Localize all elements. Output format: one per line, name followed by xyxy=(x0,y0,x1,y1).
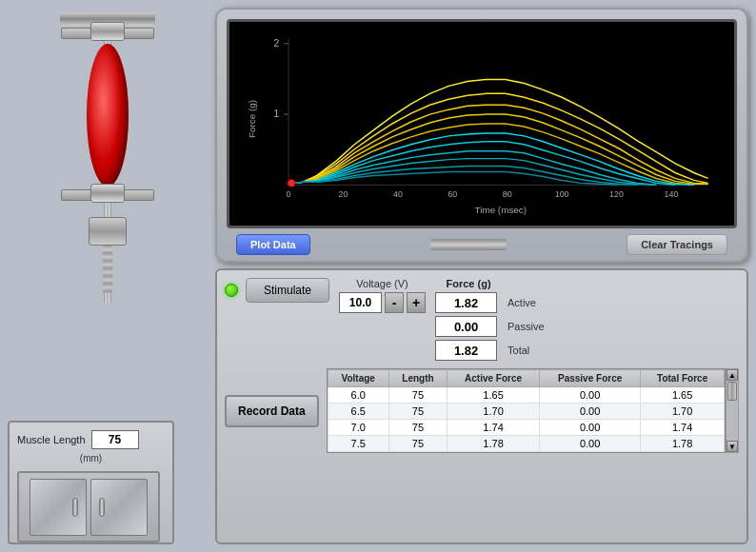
svg-text:20: 20 xyxy=(339,189,348,199)
cabinet-door-right xyxy=(90,479,148,536)
passive-force-value: 0.00 xyxy=(435,316,497,337)
total-label: Total xyxy=(507,345,545,356)
muscle-length-label: Muscle Length xyxy=(17,434,86,445)
voltage-section: Voltage (V) - + xyxy=(339,278,426,313)
scroll-thumb[interactable] xyxy=(727,382,737,401)
svg-text:1: 1 xyxy=(273,108,279,119)
data-section: Record Data Voltage Length Active Force … xyxy=(225,368,739,453)
monitor-screen: 1 2 Force (g) 0 20 40 60 80 100 120 140 xyxy=(227,19,737,228)
scroll-down-button[interactable]: ▼ xyxy=(726,441,738,452)
muscle xyxy=(87,44,129,187)
svg-point-16 xyxy=(288,179,295,187)
left-panel: Muscle Length (mm) xyxy=(8,8,208,544)
apparatus xyxy=(31,8,184,312)
col-total-force: Total Force xyxy=(641,370,725,387)
active-force-value: 1.82 xyxy=(435,292,497,313)
voltage-input[interactable] xyxy=(339,292,382,313)
right-panel: 1 2 Force (g) 0 20 40 60 80 100 120 140 xyxy=(215,8,748,544)
record-data-button[interactable]: Record Data xyxy=(225,395,319,427)
muscle-length-unit: (mm) xyxy=(17,453,165,463)
col-length: Length xyxy=(388,370,447,387)
force-header: Force (g) xyxy=(435,278,502,289)
svg-text:40: 40 xyxy=(393,189,403,199)
passive-label: Passive xyxy=(507,321,545,332)
bottom-fixture xyxy=(79,217,136,293)
svg-text:120: 120 xyxy=(609,189,624,199)
svg-text:Force (g): Force (g) xyxy=(247,100,257,138)
top-clamp xyxy=(90,22,125,41)
svg-text:80: 80 xyxy=(503,189,512,199)
data-table-container: Voltage Length Active Force Passive Forc… xyxy=(327,368,726,453)
record-btn-area: Record Data xyxy=(225,368,327,453)
svg-text:Time (msec): Time (msec) xyxy=(475,205,527,215)
table-row: 7.0751.740.001.74 xyxy=(328,420,724,436)
monitor-stand xyxy=(430,239,507,250)
muscle-length-box: Muscle Length (mm) xyxy=(8,421,174,544)
table-row: 7.5751.780.001.78 xyxy=(328,436,724,452)
plot-data-button[interactable]: Plot Data xyxy=(236,234,310,255)
col-voltage: Voltage xyxy=(328,370,388,387)
svg-text:60: 60 xyxy=(448,189,457,199)
stimulate-section: Stimulate xyxy=(225,278,329,303)
col-active-force: Active Force xyxy=(448,370,540,387)
control-top: Stimulate Voltage (V) - + Force (g) 1.82 xyxy=(225,278,739,361)
svg-text:2: 2 xyxy=(273,37,279,49)
table-row: 6.0751.650.001.65 xyxy=(328,387,724,404)
table-row: 6.5751.700.001.70 xyxy=(328,404,724,420)
scroll-up-button[interactable]: ▲ xyxy=(726,369,738,381)
voltage-minus-button[interactable]: - xyxy=(385,292,404,313)
fixture-block xyxy=(89,217,127,246)
col-passive-force: Passive Force xyxy=(539,370,640,387)
total-force-value: 1.82 xyxy=(435,340,497,361)
chart-area: 1 2 Force (g) 0 20 40 60 80 100 120 140 xyxy=(237,30,726,218)
voltage-label: Voltage (V) xyxy=(339,278,426,289)
main-container: Muscle Length (mm) xyxy=(0,0,756,552)
scroll-track xyxy=(726,381,738,441)
clear-tracings-button[interactable]: Clear Tracings xyxy=(627,234,727,255)
stimulate-button[interactable]: Stimulate xyxy=(246,278,329,303)
cabinet-door-left xyxy=(30,479,87,536)
voltage-plus-button[interactable]: + xyxy=(407,292,426,313)
led-indicator xyxy=(225,284,238,297)
svg-text:140: 140 xyxy=(665,189,679,199)
table-header-row: Voltage Length Active Force Passive Forc… xyxy=(328,370,724,387)
svg-text:100: 100 xyxy=(555,189,569,199)
data-table: Voltage Length Active Force Passive Forc… xyxy=(328,369,725,452)
control-panel: Stimulate Voltage (V) - + Force (g) 1.82 xyxy=(215,268,748,544)
active-label: Active xyxy=(507,297,545,308)
muscle-container xyxy=(84,41,131,188)
monitor-buttons: Plot Data Clear Tracings xyxy=(227,228,737,261)
cabinet xyxy=(17,471,160,542)
door-handle-right xyxy=(72,498,78,517)
muscle-length-input[interactable] xyxy=(91,430,139,449)
door-handle-left xyxy=(99,498,105,517)
scrollbar[interactable]: ▲ ▼ xyxy=(726,368,739,453)
chart-svg: 1 2 Force (g) 0 20 40 60 80 100 120 140 xyxy=(237,30,726,218)
monitor: 1 2 Force (g) 0 20 40 60 80 100 120 140 xyxy=(215,8,748,263)
svg-text:0: 0 xyxy=(287,189,291,199)
mid-clamp xyxy=(90,184,125,203)
voltage-row: - + xyxy=(339,292,426,313)
table-body: 6.0751.650.001.656.5751.700.001.707.0751… xyxy=(328,387,724,452)
force-display: Force (g) 1.82 Active 0.00 Passive 1.82 … xyxy=(435,278,545,361)
screw-rod xyxy=(103,246,112,293)
